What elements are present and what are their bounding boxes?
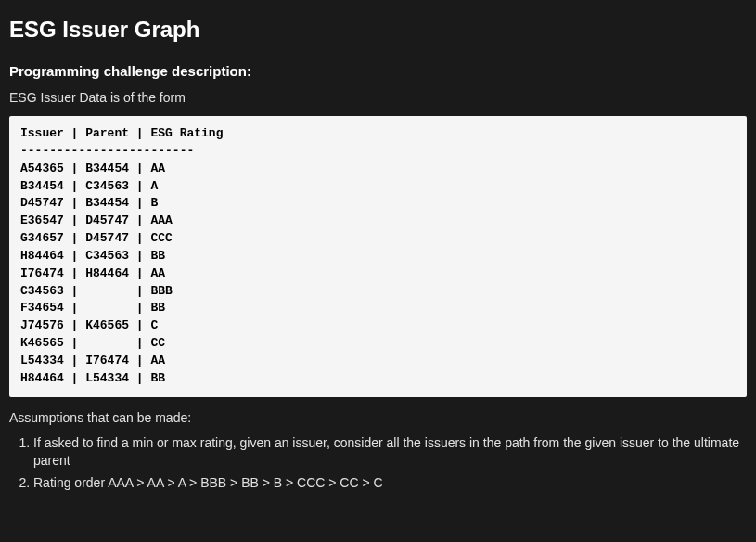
code-block: Issuer | Parent | ESG Rating -----------… [9, 116, 747, 397]
content-container: ESG Issuer Graph Programming challenge d… [0, 0, 756, 505]
list-item: If asked to find a min or max rating, gi… [33, 434, 747, 471]
page-title: ESG Issuer Graph [9, 17, 747, 43]
intro-text: ESG Issuer Data is of the form [9, 90, 747, 105]
assumptions-list: If asked to find a min or max rating, gi… [9, 434, 747, 493]
list-item: Rating order AAA > AA > A > BBB > BB > B… [33, 474, 747, 493]
section-heading: Programming challenge description: [9, 63, 747, 79]
assumptions-heading: Assumptions that can be made: [9, 410, 747, 425]
